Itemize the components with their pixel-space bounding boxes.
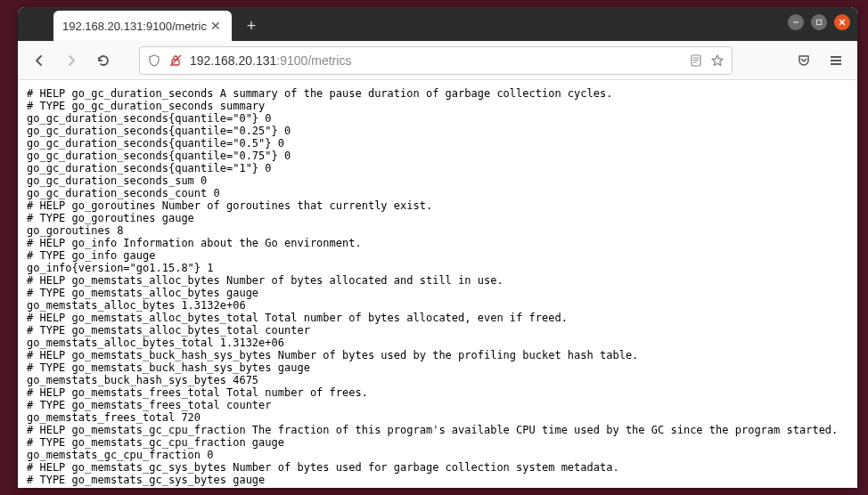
back-button[interactable] (25, 46, 53, 75)
bookmark-star-icon[interactable] (710, 53, 725, 68)
browser-window: 192.168.20.131:9100/metric ✕ + (18, 7, 857, 488)
maximize-icon (815, 19, 823, 26)
url-input[interactable]: 192.168.20.131:9100/metrics (190, 53, 682, 68)
forward-button[interactable] (57, 46, 86, 75)
url-host: 192.168.20.131 (190, 53, 276, 68)
arrow-right-icon (64, 53, 78, 68)
page-content[interactable]: # HELP go_gc_duration_seconds A summary … (18, 80, 857, 488)
shield-icon[interactable] (147, 53, 161, 68)
maximize-button[interactable] (811, 14, 827, 30)
close-icon (839, 19, 846, 26)
toolbar: 192.168.20.131:9100/metrics (18, 41, 857, 80)
url-port: :9100 (276, 53, 307, 68)
minimize-button[interactable] (788, 14, 804, 30)
pocket-button[interactable] (790, 46, 818, 75)
tab-bar: 192.168.20.131:9100/metric ✕ + (18, 7, 857, 41)
window-controls (788, 14, 850, 30)
tab-title: 192.168.20.131:9100/metric (62, 20, 209, 33)
menu-button[interactable] (822, 46, 850, 75)
svg-rect-1 (817, 20, 822, 25)
url-path: /metrics (307, 53, 351, 68)
reload-button[interactable] (89, 46, 118, 75)
toolbar-right (790, 46, 850, 75)
url-bar[interactable]: 192.168.20.131:9100/metrics (139, 46, 733, 75)
close-tab-icon[interactable]: ✕ (209, 19, 223, 33)
close-window-button[interactable] (834, 14, 850, 30)
arrow-left-icon (32, 53, 46, 68)
browser-tab[interactable]: 192.168.20.131:9100/metric ✕ (53, 11, 232, 41)
pocket-icon (797, 53, 811, 68)
hamburger-icon (829, 53, 843, 68)
new-tab-button[interactable]: + (239, 13, 264, 38)
lock-warning-icon[interactable] (168, 53, 183, 68)
minimize-icon (792, 19, 799, 26)
reload-icon (96, 53, 111, 68)
reader-mode-icon[interactable] (689, 53, 703, 68)
